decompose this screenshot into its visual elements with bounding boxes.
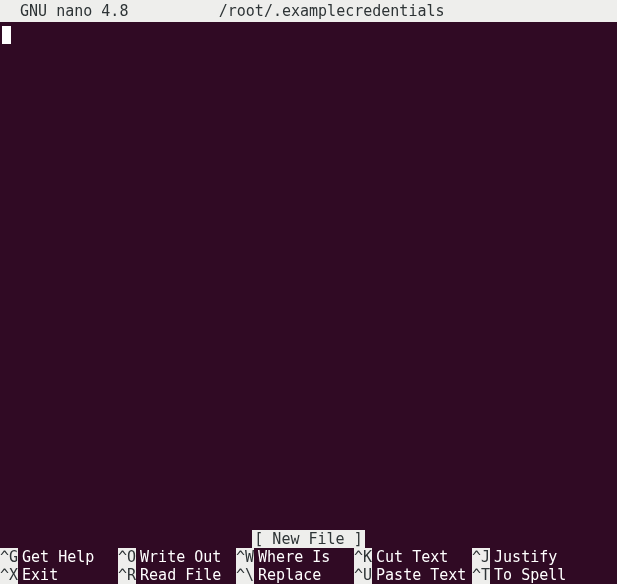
shortcut-label: Write Out <box>136 548 221 566</box>
file-path: /root/.examplecredentials <box>219 0 617 22</box>
shortcut-key: ^X <box>0 566 18 584</box>
shortcut-cuttext[interactable]: ^K Cut Text <box>354 548 472 566</box>
editor-area[interactable] <box>0 22 617 530</box>
shortcut-label: Cut Text <box>372 548 448 566</box>
shortcut-readfile[interactable]: ^R Read File <box>118 566 236 584</box>
shortcut-key: ^R <box>118 566 136 584</box>
shortcut-writeout[interactable]: ^O Write Out <box>118 548 236 566</box>
shortcut-key: ^K <box>354 548 372 566</box>
shortcut-label: Get Help <box>18 548 94 566</box>
shortcut-tospell[interactable]: ^T To Spell <box>472 566 590 584</box>
shortcut-label: Exit <box>18 566 58 584</box>
shortcut-row-2: ^X Exit ^R Read File ^\ Replace ^U Paste… <box>0 566 617 584</box>
shortcut-key: ^W <box>236 548 254 566</box>
shortcut-key: ^T <box>472 566 490 584</box>
shortcut-key: ^\ <box>236 566 254 584</box>
shortcut-label: To Spell <box>490 566 566 584</box>
shortcut-label: Replace <box>254 566 321 584</box>
shortcut-key: ^U <box>354 566 372 584</box>
app-name: GNU nano 4.8 <box>2 0 128 22</box>
shortcut-label: Read File <box>136 566 221 584</box>
title-spacer <box>128 0 218 22</box>
titlebar: GNU nano 4.8 /root/.examplecredentials <box>0 0 617 22</box>
shortcut-replace[interactable]: ^\ Replace <box>236 566 354 584</box>
shortcut-row-1: ^G Get Help ^O Write Out ^W Where Is ^K … <box>0 548 617 566</box>
shortcut-exit[interactable]: ^X Exit <box>0 566 118 584</box>
shortcut-label: Where Is <box>254 548 330 566</box>
status-line: [ New File ] <box>0 530 617 548</box>
shortcut-bar: ^G Get Help ^O Write Out ^W Where Is ^K … <box>0 548 617 584</box>
shortcut-justify[interactable]: ^J Justify <box>472 548 590 566</box>
shortcut-pastetext[interactable]: ^U Paste Text <box>354 566 472 584</box>
shortcut-label: Justify <box>490 548 557 566</box>
shortcut-key: ^G <box>0 548 18 566</box>
text-cursor <box>2 26 11 44</box>
shortcut-label: Paste Text <box>372 566 466 584</box>
shortcut-whereis[interactable]: ^W Where Is <box>236 548 354 566</box>
shortcut-help[interactable]: ^G Get Help <box>0 548 118 566</box>
shortcut-key: ^J <box>472 548 490 566</box>
status-badge: [ New File ] <box>252 530 364 548</box>
shortcut-key: ^O <box>118 548 136 566</box>
